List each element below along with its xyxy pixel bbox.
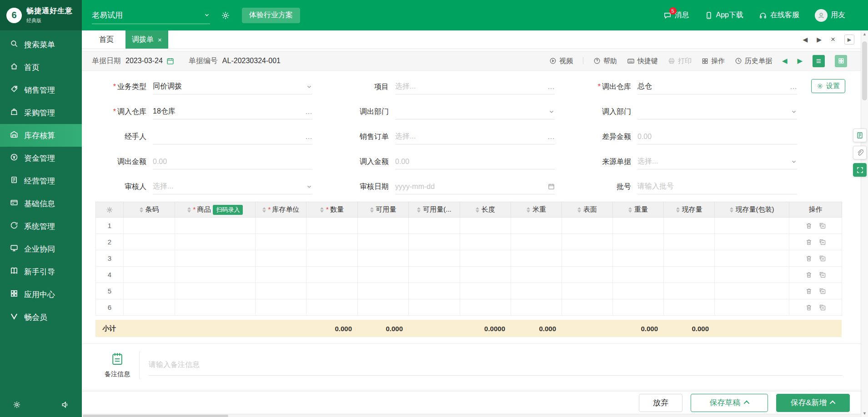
table-cell[interactable] [358, 299, 409, 316]
sidebar-item-member[interactable]: 畅会员 [0, 306, 82, 328]
table-cell[interactable] [175, 299, 256, 316]
column-header-length[interactable]: 长度 [460, 202, 511, 218]
copy-row-icon[interactable] [819, 304, 826, 311]
table-cell[interactable] [306, 250, 358, 267]
chevron-down-icon[interactable] [546, 109, 555, 115]
ellipsis-icon[interactable]: … [302, 108, 312, 116]
sort-icon[interactable] [370, 207, 374, 213]
column-settings[interactable] [96, 202, 124, 218]
column-header-stock[interactable]: 现存量 [664, 202, 715, 218]
table-cell[interactable] [256, 218, 306, 234]
column-header-unit[interactable]: 库存单位 [256, 202, 306, 218]
sidebar-item-home[interactable]: 首页 [0, 56, 82, 79]
column-header-stock-pack[interactable]: 现存量(包装) [715, 202, 789, 218]
table-cell[interactable] [664, 299, 715, 316]
sales-order-input[interactable]: 选择... … [395, 129, 555, 144]
delete-row-icon[interactable] [805, 238, 813, 246]
settings-gear-icon[interactable] [13, 401, 21, 409]
batch-no-input[interactable]: 请输入批号 [637, 179, 797, 194]
auditor-input[interactable]: 选择... [153, 179, 312, 194]
sort-icon[interactable] [577, 207, 581, 213]
table-cell[interactable] [175, 250, 256, 267]
table-cell[interactable] [613, 283, 664, 299]
column-header-qty[interactable]: 数量 [306, 202, 358, 218]
table-cell[interactable] [256, 267, 306, 283]
table-cell[interactable] [306, 218, 358, 234]
project-input[interactable]: 选择... … [395, 79, 555, 94]
table-cell[interactable] [409, 283, 460, 299]
sidebar-item-enterprise[interactable]: 企业协同 [0, 238, 82, 260]
chevron-down-icon[interactable] [788, 109, 797, 115]
copy-row-icon[interactable] [819, 255, 826, 262]
table-cell[interactable] [124, 267, 175, 283]
table-cell[interactable] [306, 299, 358, 316]
sidebar-item-search-menu[interactable]: 搜索菜单 [0, 33, 82, 56]
table-cell[interactable] [306, 267, 358, 283]
sort-icon[interactable] [140, 207, 143, 213]
table-cell[interactable] [124, 299, 175, 316]
table-cell[interactable] [358, 218, 409, 234]
next-tab-icon[interactable]: ▶ [817, 36, 822, 43]
prev-tab-icon[interactable]: ◀ [803, 36, 808, 43]
business-type-input[interactable]: 同价调拨 [153, 79, 312, 94]
table-cell[interactable] [306, 283, 358, 299]
table-cell[interactable] [715, 234, 789, 250]
prev-doc-icon[interactable]: ◀ [782, 57, 788, 65]
table-cell[interactable] [358, 234, 409, 250]
remark-input[interactable]: 请输入备注信息 [149, 355, 843, 376]
table-cell[interactable] [409, 299, 460, 316]
sidebar-item-app-center[interactable]: 应用中心 [0, 283, 82, 306]
expand-tool-button[interactable] [853, 163, 867, 177]
table-cell[interactable] [715, 283, 789, 299]
table-cell[interactable] [715, 218, 789, 234]
table-cell[interactable] [124, 234, 175, 250]
table-cell[interactable] [613, 234, 664, 250]
close-all-tabs-icon[interactable]: × [831, 35, 835, 44]
table-cell[interactable] [256, 250, 306, 267]
delete-row-icon[interactable] [805, 288, 813, 295]
table-cell[interactable] [664, 283, 715, 299]
table-cell[interactable] [358, 250, 409, 267]
table-cell[interactable] [358, 267, 409, 283]
table-cell[interactable] [511, 299, 562, 316]
table-cell[interactable] [664, 267, 715, 283]
operate-button[interactable]: 操作 [702, 57, 725, 65]
chevron-down-icon[interactable] [788, 159, 797, 165]
tab-list-icon[interactable]: ▶ [844, 35, 854, 45]
cancel-button[interactable]: 放弃 [639, 394, 682, 412]
source-doc-input[interactable]: 选择... [637, 154, 797, 169]
table-cell[interactable] [511, 234, 562, 250]
table-cell[interactable] [511, 283, 562, 299]
table-cell[interactable] [306, 234, 358, 250]
table-cell[interactable] [460, 267, 511, 283]
in-warehouse-input[interactable]: 18仓库 … [153, 104, 312, 119]
delete-row-icon[interactable] [805, 304, 813, 311]
audit-date-input[interactable]: yyyy-mm-dd [395, 179, 555, 194]
sort-icon[interactable] [730, 207, 733, 213]
sort-icon[interactable] [527, 207, 530, 213]
horizontal-scrollbar-thumb[interactable] [83, 415, 228, 417]
table-cell[interactable] [511, 218, 562, 234]
column-header-product[interactable]: 商品扫码录入 [175, 202, 256, 218]
sidebar-item-basic-info[interactable]: 基础信息 [0, 192, 82, 215]
sidebar-item-system[interactable]: 系统管理 [0, 215, 82, 238]
table-cell[interactable] [562, 250, 613, 267]
ellipsis-icon[interactable]: … [545, 133, 555, 141]
online-service-button[interactable]: 在线客服 [759, 10, 799, 20]
table-cell[interactable] [460, 218, 511, 234]
table-cell[interactable] [613, 267, 664, 283]
sort-icon[interactable] [628, 207, 632, 213]
chevron-down-icon[interactable] [303, 184, 312, 190]
horizontal-scrollbar[interactable] [82, 414, 861, 417]
column-header-weight[interactable]: 重量 [613, 202, 664, 218]
table-cell[interactable] [613, 299, 664, 316]
table-cell[interactable] [124, 218, 175, 234]
video-button[interactable]: 视频 [549, 57, 573, 65]
scroll-up-icon[interactable]: ▲ [861, 30, 868, 38]
table-cell[interactable] [358, 283, 409, 299]
table-cell[interactable] [562, 218, 613, 234]
table-cell[interactable] [175, 218, 256, 234]
column-header-barcode[interactable]: 条码 [124, 202, 175, 218]
table-cell[interactable] [256, 234, 306, 250]
table-cell[interactable] [124, 283, 175, 299]
